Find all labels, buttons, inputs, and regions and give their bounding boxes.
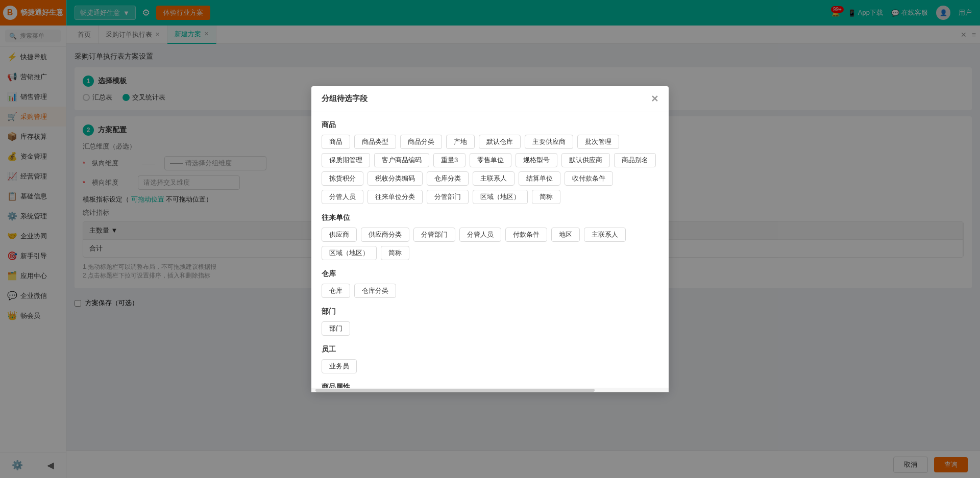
field-tag[interactable]: 产地 [446, 135, 475, 149]
field-tag[interactable]: 客户商品编码 [374, 153, 429, 167]
field-tag[interactable]: 商品 [322, 135, 350, 149]
field-select-modal: 分组待选字段 ✕ 商品 商品 商品类型 商品分类 产地 默认仓库 主要供应商 批… [311, 86, 669, 392]
field-tag[interactable]: 供应商 [322, 228, 357, 242]
field-tag[interactable]: 默认供应商 [561, 153, 610, 167]
field-tag[interactable]: 付款条件 [505, 228, 547, 242]
field-group-warehouse: 仓库 仓库 仓库分类 [322, 269, 658, 298]
field-group-employee-title: 员工 [322, 345, 658, 354]
hscroll-thumb [315, 389, 595, 392]
field-tag[interactable]: 保质期管理 [322, 153, 370, 167]
field-group-goods-title: 商品 [322, 120, 658, 130]
field-tag[interactable]: 结算单位 [519, 171, 560, 186]
field-group-partner-title: 往来单位 [322, 213, 658, 222]
field-tag[interactable]: 分管部门 [413, 228, 455, 242]
field-tag[interactable]: 批次管理 [577, 135, 619, 149]
field-group-department-title: 部门 [322, 307, 658, 316]
field-group-goods-attr: 商品属性 属性 颜色 多规格 尺码 鞋码 1 [322, 383, 658, 388]
field-tag[interactable]: 商品分类 [400, 135, 442, 149]
field-tag[interactable]: 业务员 [322, 359, 357, 373]
field-tags-partner: 供应商 供应商分类 分管部门 分管人员 付款条件 地区 主联系人 区域（地区） … [322, 228, 658, 260]
modal-header: 分组待选字段 ✕ [311, 86, 669, 112]
field-tags-goods: 商品 商品类型 商品分类 产地 默认仓库 主要供应商 批次管理 保质期管理 客户… [322, 135, 658, 204]
field-group-goods: 商品 商品 商品类型 商品分类 产地 默认仓库 主要供应商 批次管理 保质期管理… [322, 120, 658, 204]
field-tag[interactable]: 主要供应商 [525, 135, 573, 149]
field-tag[interactable]: 仓库分类 [354, 284, 396, 298]
field-tag[interactable]: 往来单位分类 [368, 190, 423, 204]
field-tag[interactable]: 商品类型 [354, 135, 396, 149]
field-tag[interactable]: 分管人员 [322, 190, 363, 204]
field-tag[interactable]: 简称 [381, 246, 409, 260]
field-tag[interactable]: 地区 [551, 228, 580, 242]
field-tag[interactable]: 重量3 [433, 153, 465, 167]
field-tags-department: 部门 [322, 321, 658, 336]
field-tag[interactable]: 收付款条件 [565, 171, 613, 186]
field-tag[interactable]: 分管部门 [427, 190, 469, 204]
field-tag[interactable]: 规格型号 [516, 153, 557, 167]
field-tags-employee: 业务员 [322, 359, 658, 373]
field-tag[interactable]: 仓库 [322, 284, 350, 298]
field-group-warehouse-title: 仓库 [322, 269, 658, 279]
field-group-department: 部门 部门 [322, 307, 658, 336]
modal-body[interactable]: 商品 商品 商品类型 商品分类 产地 默认仓库 主要供应商 批次管理 保质期管理… [311, 112, 669, 388]
field-tag[interactable]: 供应商分类 [361, 228, 409, 242]
field-tag[interactable]: 税收分类编码 [368, 171, 423, 186]
field-tag[interactable]: 商品别名 [614, 153, 656, 167]
field-tag[interactable]: 区域（地区） [322, 246, 377, 260]
field-group-goods-attr-title: 商品属性 [322, 383, 658, 388]
field-tag[interactable]: 主联系人 [584, 228, 626, 242]
field-tag[interactable]: 零售单位 [470, 153, 511, 167]
field-tag[interactable]: 简称 [532, 190, 560, 204]
field-tag[interactable]: 仓库分类 [427, 171, 469, 186]
field-tag[interactable]: 默认仓库 [479, 135, 521, 149]
field-tag[interactable]: 拣货积分 [322, 171, 363, 186]
modal-overlay: 分组待选字段 ✕ 商品 商品 商品类型 商品分类 产地 默认仓库 主要供应商 批… [0, 0, 980, 478]
field-tags-warehouse: 仓库 仓库分类 [322, 284, 658, 298]
field-tag[interactable]: 分管人员 [459, 228, 501, 242]
modal-close-button[interactable]: ✕ [651, 93, 658, 105]
field-group-partner: 往来单位 供应商 供应商分类 分管部门 分管人员 付款条件 地区 主联系人 区域… [322, 213, 658, 260]
field-tag[interactable]: 区域（地区） [473, 190, 528, 204]
field-group-employee: 员工 业务员 [322, 345, 658, 373]
modal-title: 分组待选字段 [322, 94, 368, 104]
field-tag[interactable]: 主联系人 [473, 171, 514, 186]
field-tag[interactable]: 部门 [322, 321, 350, 336]
modal-horizontal-scrollbar[interactable] [311, 388, 669, 392]
